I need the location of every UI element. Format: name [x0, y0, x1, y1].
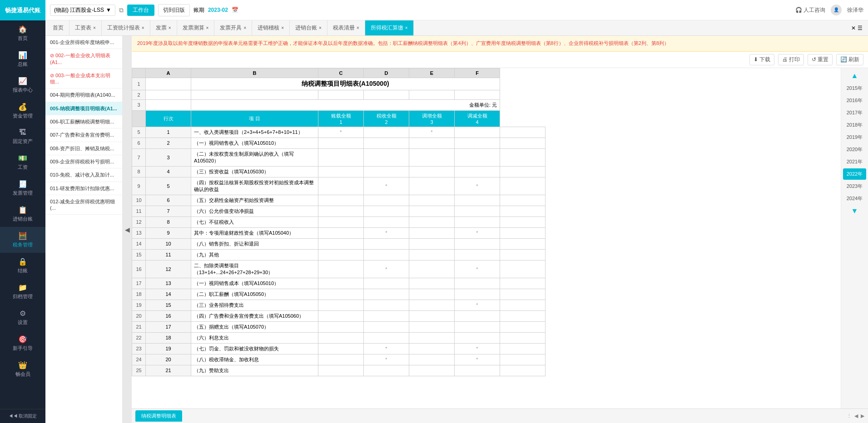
col-label-4: 调增全额3	[409, 110, 455, 127]
sidebar-item-new-guide[interactable]: 🎯新手引导	[0, 330, 45, 356]
tab-close-icon[interactable]: ×	[169, 25, 171, 30]
tab-close-all-icon[interactable]: ✕	[851, 25, 856, 31]
left-panel-item-salary-adjust[interactable]: 006-职工薪酬纳税调整明细...	[45, 115, 122, 128]
year-item-2024年[interactable]: 2024年	[841, 193, 868, 204]
sidebar-item-label: 进销台账	[13, 216, 33, 222]
panel-toggle[interactable]: ◀	[123, 36, 132, 423]
calendar-icon[interactable]: 📅	[232, 7, 238, 13]
tab-close-icon[interactable]: ×	[357, 25, 359, 30]
sidebar-item-archive[interactable]: 📁归档管理	[0, 279, 45, 305]
sidebar-item-general-ledger[interactable]: 📊总账	[0, 46, 45, 72]
left-panel-item-general-cost[interactable]: ⊘ 003-一般企业成本支出明细...	[45, 69, 122, 89]
col-header-B: B	[191, 68, 318, 78]
table-row: 62（一）视同销售收入（填写A105010）	[132, 138, 546, 148]
year-item-2021年[interactable]: 2021年	[841, 156, 868, 167]
year-item-2023年[interactable]: 2023年	[841, 181, 868, 192]
tab-menu-icon[interactable]: ☰	[858, 25, 863, 31]
sidebar-item-label: 设置	[18, 319, 28, 326]
sidebar-item-closing[interactable]: 🔒结账	[0, 253, 45, 279]
sidebar-item-tax-mgmt[interactable]: 🧮税务管理	[0, 227, 45, 253]
tab-income-tax[interactable]: 所得税汇算缴×	[365, 20, 414, 35]
sidebar-item-label: 归档管理	[13, 293, 33, 300]
reset-button[interactable]: ↺ 重置	[808, 54, 833, 65]
table-row: 1915（三）业务招待费支出*	[132, 300, 546, 310]
user-name[interactable]: 徐泽华	[847, 6, 863, 14]
left-panel-item-corp-income-tax[interactable]: 001-企业所得税年度纳税申...	[45, 36, 122, 49]
year-item-2017年[interactable]: 2017年	[841, 107, 868, 118]
left-panel-item-loss-deduct[interactable]: 009-企业所得税税补亏损明...	[45, 155, 122, 168]
sidebar-item-settings[interactable]: ⚙设置	[0, 305, 45, 330]
refresh-icon: 🔄	[840, 56, 847, 63]
bottom-bar: 纳税调整明细表 ⋮ ◀ ▶	[132, 408, 868, 423]
left-panel-item-exempt-income[interactable]: 010-免税、减计收入及加计...	[45, 168, 122, 182]
company-selector[interactable]: (物副) 江西股金-LSS ▼	[50, 5, 115, 16]
support-link[interactable]: 🎧 人工咨询	[795, 6, 825, 14]
tab-invoice[interactable]: 发票×	[150, 20, 177, 35]
left-panel-item-adv-expense[interactable]: 007-广告费和业务宣传费明...	[45, 128, 122, 142]
tab-label: 发票测算	[183, 24, 204, 32]
tab-close-icon[interactable]: ×	[93, 25, 96, 30]
year-panel: ▲2015年2016年2017年2018年2019年2020年2021年2022…	[841, 68, 868, 408]
input-ledger-icon: 📋	[18, 206, 27, 214]
sheet-tab[interactable]: 纳税调整明细表	[135, 410, 182, 422]
horizontal-scroll-left[interactable]: ◀	[854, 413, 858, 419]
tab-invoice-calc[interactable]: 发票测算×	[177, 20, 215, 35]
download-icon: ⬇	[754, 56, 758, 63]
tab-payroll-stats[interactable]: 工资统计报表×	[102, 20, 150, 35]
year-item-2015年[interactable]: 2015年	[841, 83, 868, 94]
sheet-content[interactable]: ABCDEF1纳税调整项目明细表(A105000)23金额单位: 元行次项 目账…	[132, 68, 841, 408]
toolbar: ⬇ 下载 🖨 打印 ↺ 重置 🔄 刷新	[132, 52, 868, 68]
sidebar-item-member[interactable]: 👑畅会员	[0, 356, 45, 382]
year-item-2016年[interactable]: 2016年	[841, 95, 868, 106]
tab-payroll[interactable]: 工资表×	[69, 20, 102, 35]
switch-version-button[interactable]: 切到旧版	[158, 4, 190, 16]
table-row: 1410（八）销售折扣、折让和退回	[132, 238, 546, 249]
tab-invoice-open[interactable]: 发票开具×	[214, 20, 252, 35]
left-panel-item-rd-deduction[interactable]: 011-研发费用加计扣除优惠...	[45, 182, 122, 195]
warning-text: 2019年度涉及取以前年度继销数据的申报表单元格需要手工维护正确，才能保证本年及…	[137, 40, 669, 46]
invoice-mgmt-icon: 🧾	[18, 180, 27, 188]
tab-close-icon[interactable]: ×	[206, 25, 209, 30]
year-nav-down[interactable]: ▼	[849, 205, 860, 217]
left-panel-item-reduce-tax[interactable]: 012-减免企业所得税优惠明细(...	[45, 195, 122, 215]
download-button[interactable]: ⬇ 下载	[749, 54, 774, 65]
tab-home[interactable]: 首页	[47, 20, 69, 35]
sidebar-item-payroll[interactable]: 💵工资	[0, 149, 45, 175]
table-row: 2420（八）税收滞纳金、加收利息**	[132, 354, 546, 365]
print-button[interactable]: 🖨 打印	[778, 54, 804, 65]
tab-close-icon[interactable]: ×	[319, 25, 322, 30]
col-label-2: 账载全额1	[318, 110, 364, 127]
year-item-2019年[interactable]: 2019年	[841, 132, 868, 143]
bottom-right: ⋮ ◀ ▶	[847, 413, 864, 419]
tab-close-icon[interactable]: ×	[243, 25, 246, 30]
sidebar-item-fixed-assets[interactable]: 🏗固定资产	[0, 124, 45, 149]
left-panel-item-tax-adjustment[interactable]: 005-纳税调整项目明细表(A1...	[45, 102, 122, 115]
sidebar-item-assets[interactable]: 💰资金管理	[0, 98, 45, 124]
left-panel-item-asset-deprec[interactable]: 008-资产折旧、摊销及纳税...	[45, 142, 122, 155]
period-value: 2023-02	[208, 7, 228, 13]
refresh-button[interactable]: 🔄 刷新	[836, 54, 863, 65]
tab-label: 工资统计报表	[107, 24, 140, 32]
sidebar-item-home[interactable]: 🏠首页	[0, 20, 45, 46]
tab-tax-clear[interactable]: 税表清册×	[327, 20, 365, 35]
tab-close-icon[interactable]: ×	[142, 25, 144, 30]
year-nav-up[interactable]: ▲	[849, 70, 860, 82]
year-item-2020年[interactable]: 2020年	[841, 144, 868, 155]
year-item-2022年[interactable]: 2022年	[843, 168, 866, 180]
sidebar-item-report-center[interactable]: 📈报表中心	[0, 72, 45, 98]
left-panel-item-general-income[interactable]: ⊘ 002-一般企业收入明细表(A1...	[45, 49, 122, 69]
horizontal-scroll-right[interactable]: ▶	[861, 413, 864, 419]
tab-close-icon[interactable]: ×	[281, 25, 284, 30]
tab-input-check[interactable]: 进销稽核×	[252, 20, 290, 35]
new-guide-icon: 🎯	[18, 335, 27, 344]
tab-close-icon[interactable]: ×	[405, 25, 408, 30]
workbench-button[interactable]: 工作台	[127, 5, 154, 16]
sidebar-pin-toggle[interactable]: ◀◀ 取消固定	[0, 409, 45, 423]
sidebar-item-label: 新手引导	[13, 345, 33, 352]
sidebar-item-invoice-mgmt[interactable]: 🧾发票管理	[0, 175, 45, 201]
tab-input-ledger[interactable]: 进销台账×	[290, 20, 327, 35]
report-center-icon: 📈	[18, 77, 27, 85]
year-item-2018年[interactable]: 2018年	[841, 119, 868, 131]
sidebar-item-input-ledger[interactable]: 📋进销台账	[0, 201, 45, 227]
left-panel-item-period-expense[interactable]: 004-期间费用明细表(A1040...	[45, 89, 122, 102]
